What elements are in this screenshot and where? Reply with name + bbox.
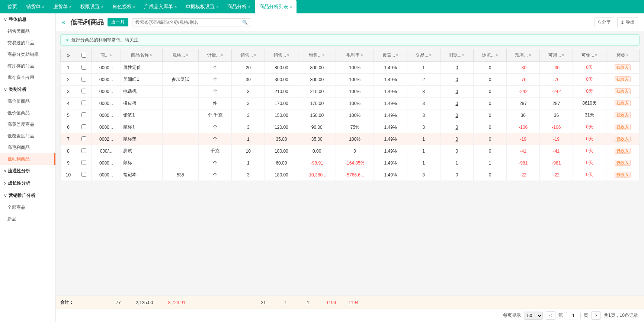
nav-close-icon[interactable]: × (216, 5, 218, 9)
row-checkbox[interactable] (76, 86, 91, 98)
select-all-checkbox[interactable] (81, 53, 86, 58)
sort-icon-unit[interactable]: ⇅ (221, 54, 223, 57)
col-header-view1[interactable]: 浏览...⇅ (440, 49, 473, 62)
sidebar-item-高毛利商品[interactable]: 高毛利商品 (0, 142, 55, 153)
sidebar-item-高覆盖度商品[interactable]: 高覆盖度商品 (0, 119, 55, 130)
col-header-tag[interactable]: 标签⇅ (606, 49, 639, 62)
row-select-checkbox[interactable] (81, 172, 86, 177)
sort-icon-view2[interactable]: ⇅ (496, 54, 498, 57)
prev-page-btn[interactable]: ＜ (546, 311, 555, 320)
row-checkbox[interactable] (76, 121, 91, 133)
sidebar-item-销售类商品[interactable]: 销售类商品 (0, 26, 55, 37)
view1-link[interactable]: 0 (456, 89, 458, 94)
sidebar-item-商品分类助销率[interactable]: 商品分类助销率 (0, 49, 55, 60)
sort-icon-sale_price[interactable]: ⇅ (287, 54, 289, 57)
sort-icon-saleable[interactable]: ⇅ (595, 54, 597, 57)
row-select-checkbox[interactable] (81, 124, 86, 129)
nav-item-权限设置[interactable]: 权限设置× (76, 0, 108, 13)
row-checkbox[interactable] (76, 145, 91, 157)
export-button[interactable]: ↥ 导出 (617, 17, 638, 27)
sort-icon-coverage[interactable]: ⇅ (396, 54, 398, 57)
row-checkbox[interactable] (76, 157, 91, 169)
sidebar-group-营销推广分析[interactable]: ∨营销推广分析 (0, 189, 55, 202)
row-select-checkbox[interactable] (81, 136, 86, 141)
row-checkbox[interactable] (76, 133, 91, 145)
sort-icon-tag[interactable]: ⇅ (626, 54, 629, 57)
sidebar-item-库存资金占用[interactable]: 库存资金占用 (0, 72, 55, 83)
sidebar-item-新品[interactable]: 新品 (0, 213, 55, 225)
share-button[interactable]: ⎙ 分享 (595, 17, 614, 27)
col-header-name[interactable]: 商品名称⇅ (121, 49, 162, 62)
sort-icon-gross_rate[interactable]: ⇅ (361, 54, 363, 57)
col-header-settings[interactable]: ⚙ (61, 49, 76, 62)
view1-link[interactable]: 0 (456, 65, 458, 70)
row-select-checkbox[interactable] (81, 160, 86, 165)
row-view1[interactable]: 0 (440, 74, 473, 86)
page-input[interactable] (566, 312, 581, 319)
row-view1[interactable]: 0 (440, 98, 473, 109)
sort-icon-sale_qty[interactable]: ⇅ (254, 54, 256, 57)
settings-icon[interactable]: ⚙ (66, 53, 70, 58)
sidebar-item-有库存的商品[interactable]: 有库存的商品 (0, 60, 55, 72)
row-view1[interactable]: 0 (440, 169, 473, 181)
search-input[interactable] (135, 20, 240, 25)
view1-link[interactable]: 0 (456, 149, 458, 154)
sort-icon-current[interactable]: ⇅ (529, 54, 531, 57)
view1-link[interactable]: 0 (456, 101, 458, 106)
nav-item-单据模板设置[interactable]: 单据模板设置× (181, 0, 223, 13)
row-checkbox[interactable] (76, 109, 91, 121)
nav-item-产成品入库单[interactable]: 产成品入库单× (140, 0, 181, 13)
view1-link[interactable]: 0 (456, 137, 458, 142)
nav-close-icon[interactable]: × (248, 5, 250, 9)
nav-close-icon[interactable]: × (69, 5, 71, 9)
row-view1[interactable]: 0 (440, 133, 473, 145)
row-view1[interactable]: 0 (440, 145, 473, 157)
col-header-sale_price[interactable]: 销售...⇅ (265, 49, 298, 62)
row-view1[interactable]: 0 (440, 121, 473, 133)
row-view1[interactable]: 0 (440, 109, 473, 121)
col-header-spec[interactable]: 规格...⇅ (162, 49, 198, 62)
nav-close-icon[interactable]: × (174, 5, 177, 9)
nav-item-首页[interactable]: 首页 (3, 0, 22, 13)
nav-item-角色授权[interactable]: 角色授权× (108, 0, 140, 13)
sidebar-group-整体信息[interactable]: ∨整体信息 (0, 13, 55, 26)
sort-icon-spec[interactable]: ⇅ (186, 54, 188, 57)
col-header-available[interactable]: 可用...⇅ (540, 49, 573, 62)
col-header-sale_amount[interactable]: 销售...⇅ (298, 49, 336, 62)
nav-close-icon[interactable]: × (133, 5, 135, 9)
col-header-sale_qty[interactable]: 销售...⇅ (232, 49, 265, 62)
filter-period-btn[interactable]: 近一月 (108, 18, 128, 26)
row-select-checkbox[interactable] (81, 101, 86, 105)
sidebar-item-低覆盖度商品[interactable]: 低覆盖度商品 (0, 130, 55, 142)
row-checkbox[interactable] (76, 98, 91, 109)
next-page-btn[interactable]: ＞ (591, 311, 601, 320)
col-header-trade[interactable]: 交易...⇅ (407, 49, 440, 62)
sort-icon-trade[interactable]: ⇅ (429, 54, 432, 57)
search-icon[interactable]: 🔍 (242, 20, 248, 25)
col-header-view2[interactable]: 浏览...⇅ (473, 49, 506, 62)
sort-icon-view1[interactable]: ⇅ (462, 54, 465, 57)
view1-link[interactable]: 0 (456, 172, 458, 178)
row-checkbox[interactable] (76, 169, 91, 181)
sort-icon-available[interactable]: ⇅ (562, 54, 564, 57)
row-view1[interactable]: 0 (440, 86, 473, 98)
view1-link[interactable]: 1 (456, 160, 458, 166)
view1-link[interactable]: 0 (456, 125, 458, 130)
page-size-select[interactable]: 50 100 (524, 312, 543, 320)
sidebar-group-成长性分析[interactable]: >成长性分析 (0, 177, 55, 189)
sidebar-item-高价值商品[interactable]: 高价值商品 (0, 96, 55, 107)
row-select-checkbox[interactable] (81, 77, 86, 82)
col-header-coverage[interactable]: 覆盖...⇅ (374, 49, 407, 62)
nav-close-icon[interactable]: × (42, 5, 44, 9)
sidebar-group-流通性分析[interactable]: >流通性分析 (0, 165, 55, 177)
row-select-checkbox[interactable] (81, 148, 86, 153)
sort-icon-sale_amount[interactable]: ⇅ (322, 54, 325, 57)
col-header-current[interactable]: 现有...⇅ (507, 49, 540, 62)
sidebar-item-低价值商品[interactable]: 低价值商品 (0, 107, 55, 119)
view1-link[interactable]: 0 (456, 113, 458, 118)
row-select-checkbox[interactable] (81, 112, 86, 117)
sidebar-group-类别分析[interactable]: ∨类别分析 (0, 83, 55, 96)
sort-icon-code[interactable]: ⇅ (109, 54, 112, 57)
nav-item-商品分析列表[interactable]: 商品分析列表× (255, 0, 297, 13)
view1-link[interactable]: 0 (456, 77, 458, 82)
